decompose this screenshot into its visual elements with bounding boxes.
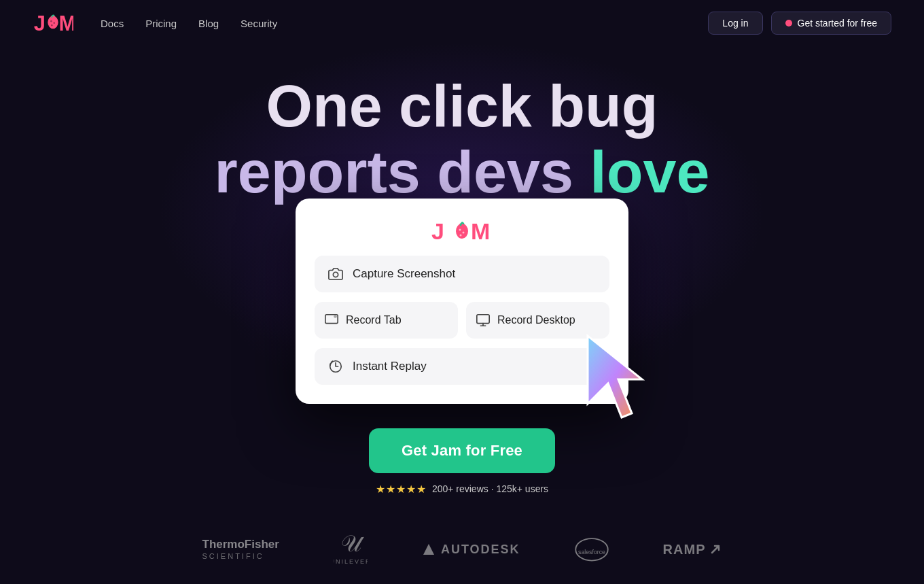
svg-point-16 [334,315,337,318]
cursor-wrapper [574,329,669,438]
svg-point-3 [50,20,52,22]
brand-unilever: 𝒰 UNILEVER [334,530,368,570]
nav-right: Log in Get started for free [708,12,891,35]
svg-text:salesforce: salesforce [578,549,605,555]
hero-line2: reports devs love [215,139,710,205]
stars-icon: ★★★★★ [376,483,427,496]
svg-point-5 [51,24,53,27]
ramp-arrow-icon [709,543,722,555]
nav-link-pricing[interactable]: Pricing [145,18,177,29]
replay-icon [328,359,343,374]
login-button[interactable]: Log in [708,12,762,35]
record-tab-label: Record Tab [346,314,402,326]
salesforce-icon: salesforce [575,536,609,563]
get-started-button[interactable]: Get started for free [771,12,892,35]
unilever-icon: 𝒰 UNILEVER [334,530,368,567]
card-logo: J M [431,218,493,246]
brand-autodesk: AUTODESK [422,543,520,557]
cursor-icon [574,329,662,431]
hero-line2-highlight: love [590,138,709,205]
svg-marker-19 [588,336,642,417]
autodesk-label: AUTODESK [441,543,520,557]
record-desktop-icon [476,313,491,328]
hero-line1: One click bug [215,73,710,139]
logo[interactable]: J M [33,8,73,38]
record-buttons-row: Record Tab Record Desktop [315,302,609,339]
record-tab-button[interactable]: Record Tab [315,302,458,339]
svg-rect-17 [477,314,489,323]
brands-row: ThermoFisher SCIENTIFIC 𝒰 UNILEVER AUTOD… [202,530,722,584]
get-jam-free-button[interactable]: Get Jam for Free [369,428,555,473]
capture-screenshot-button[interactable]: Capture Screenshot [315,256,609,292]
nav-link-blog[interactable]: Blog [198,18,219,29]
instant-replay-button[interactable]: Instant Replay [315,348,609,385]
hero-section: One click bug reports devs love J M [0,46,924,584]
ramp-label: ramp [663,542,706,557]
get-started-label: Get started for free [798,18,878,29]
ui-card-wrapper: J M Capture Screenshot [296,199,628,404]
started-dot-icon [785,20,792,27]
svg-point-4 [53,22,55,24]
cta-section: Get Jam for Free ★★★★★ 200+ reviews · 12… [369,428,555,496]
nav-links: Docs Pricing Blog Security [101,18,277,29]
card-logo-icon: J M [431,218,493,243]
thermo-line2: SCIENTIFIC [202,552,264,561]
svg-point-11 [463,231,465,233]
thermo-line1: ThermoFisher [202,538,279,551]
record-desktop-label: Record Desktop [497,314,575,326]
svg-text:UNILEVER: UNILEVER [334,558,368,565]
svg-text:𝒰: 𝒰 [340,531,364,556]
nav-left: J M Docs Pricing Blog Security [33,8,277,38]
capture-screenshot-label: Capture Screenshot [353,267,455,281]
camera-icon [328,267,343,281]
svg-marker-22 [423,544,434,555]
brand-salesforce: salesforce [575,536,609,563]
logo-icon: J M [33,8,73,35]
instant-replay-label: Instant Replay [353,360,427,373]
svg-text:M: M [471,218,490,243]
hero-line2-prefix: reports devs [215,138,590,205]
record-tab-icon [324,313,339,328]
nav-link-docs[interactable]: Docs [101,18,124,29]
navbar: J M Docs Pricing Blog Security Log in Ge… [0,0,924,46]
brand-ramp: ramp [663,542,722,557]
svg-text:J: J [34,12,46,35]
svg-point-12 [460,234,462,236]
svg-text:J: J [431,218,444,243]
autodesk-logo-icon [422,543,436,556]
hero-title: One click bug reports devs love [215,73,710,205]
svg-text:M: M [59,12,73,35]
reviews-text: 200+ reviews · 125k+ users [432,483,548,494]
brand-thermofisher: ThermoFisher SCIENTIFIC [202,538,279,561]
svg-point-10 [459,228,461,230]
svg-point-14 [333,272,338,277]
reviews-row: ★★★★★ 200+ reviews · 125k+ users [376,483,548,496]
nav-link-security[interactable]: Security [241,18,277,29]
